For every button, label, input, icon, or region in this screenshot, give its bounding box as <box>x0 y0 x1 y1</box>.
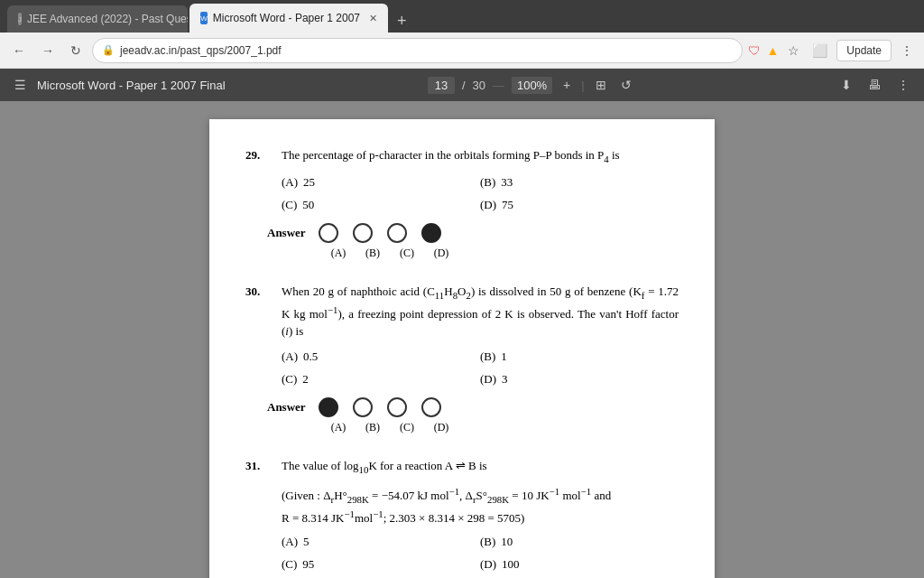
q31-given-text: (Given : ΔrH°298K = −54.07 kJ mol−1, ΔrS… <box>282 489 611 502</box>
page-number-input[interactable] <box>428 77 455 94</box>
q29-option-c: (C) 50 <box>282 196 480 214</box>
dash-separator: — <box>493 79 504 92</box>
q30-option-d-label: (D) <box>480 370 496 388</box>
browser-frame: J JEE Advanced (2022) - Past Ques... ✕ W… <box>0 0 924 578</box>
q30-radio-b[interactable] <box>353 397 373 417</box>
q31-given-R: R = 8.314 JK−1mol−1; 2.303 × 8.314 × 298… <box>282 511 524 525</box>
q30-option-c: (C) 2 <box>282 370 480 388</box>
hamburger-menu[interactable]: ☰ <box>11 76 30 94</box>
update-button[interactable]: Update <box>836 40 892 61</box>
q31-option-c: (C) 95 <box>282 555 480 573</box>
q30-option-b-value: 1 <box>501 348 507 366</box>
q29-radio-d[interactable] <box>421 223 441 243</box>
q29-radio-c[interactable] <box>387 223 407 243</box>
pdf-content: 29. The percentage of p-character in the… <box>0 101 924 578</box>
q30-option-c-value: 2 <box>302 370 309 388</box>
q30-radio-a[interactable] <box>319 397 338 417</box>
pdf-page: 29. The percentage of p-character in the… <box>209 119 715 578</box>
q30-options: (A) 0.5 (B) 1 (C) 2 (D) 3 <box>282 348 679 388</box>
url-bar[interactable]: 🔒 jeeadv.ac.in/past_qps/2007_1.pdf <box>92 38 743 63</box>
tab-inactive-jee[interactable]: J JEE Advanced (2022) - Past Ques... ✕ <box>7 5 188 33</box>
q29-option-a-value: 25 <box>303 173 315 191</box>
q29-radio-a[interactable] <box>319 223 338 243</box>
q29-answer-letters: (A) (B) (C) (D) <box>328 245 679 261</box>
q30-option-a: (A) 0.5 <box>282 348 480 366</box>
q29-answer-section: Answer (A) (B) (C) (D) <box>267 223 679 261</box>
q29-answer-label: Answer <box>267 224 306 242</box>
tab-active-label: Microsoft Word - Paper 1 2007 <box>213 12 360 24</box>
question-30: 30. When 20 g of naphthoic acid (C11H8O2… <box>245 283 679 435</box>
fit-page-button[interactable]: ⊞ <box>592 76 610 94</box>
pdf-toolbar-right: ⬇ 🖶 ⋮ <box>837 76 913 94</box>
more-options-button[interactable]: ⋮ <box>893 76 913 94</box>
q30-ans-letter-a: (A) <box>328 419 348 435</box>
q29-ans-letter-a: (A) <box>328 245 348 261</box>
q30-option-a-label: (A) <box>282 348 298 366</box>
print-button[interactable]: 🖶 <box>864 76 884 94</box>
pdf-toolbar: ☰ Microsoft Word - Paper 1 2007 Final / … <box>0 69 924 101</box>
q30-answer-label: Answer <box>267 398 306 416</box>
q30-option-c-label: (C) <box>282 370 297 388</box>
q30-ans-letter-c: (C) <box>397 419 417 435</box>
toolbar-separator: | <box>581 79 584 92</box>
rotate-button[interactable]: ↺ <box>617 76 635 94</box>
q31-text: The value of log10K for a reaction A ⇌ B… <box>282 457 679 477</box>
q30-option-b: (B) 1 <box>480 348 679 366</box>
q31-given: (Given : ΔrH°298K = −54.07 kJ mol−1, ΔrS… <box>282 484 679 527</box>
star-button[interactable]: ☆ <box>784 40 803 61</box>
tab-close-word[interactable]: ✕ <box>369 13 377 24</box>
q31-option-b: (B) 10 <box>480 533 679 551</box>
question-29-row: 29. The percentage of p-character in the… <box>245 146 679 166</box>
q30-number: 30. <box>245 283 271 340</box>
pdf-title: Microsoft Word - Paper 1 2007 Final <box>37 79 226 92</box>
page-separator: / <box>462 79 466 92</box>
refresh-button[interactable]: ↻ <box>65 40 87 61</box>
forward-button[interactable]: → <box>36 40 60 61</box>
download-button[interactable]: ⬇ <box>837 76 855 94</box>
q30-option-d-value: 3 <box>502 370 508 388</box>
q31-option-a-label: (A) <box>282 533 298 551</box>
q30-answer-letters: (A) (B) (C) (D) <box>328 419 679 435</box>
tab-favicon-word: W <box>200 12 208 24</box>
tab-favicon-jee: J <box>18 13 22 25</box>
q29-ans-letter-d: (D) <box>431 245 451 261</box>
menu-button[interactable]: ⋮ <box>897 40 917 61</box>
shield-icon: 🛡 <box>748 43 761 58</box>
q30-radio-d[interactable] <box>421 397 441 417</box>
tab-inactive-label: JEE Advanced (2022) - Past Ques... <box>27 13 188 25</box>
q31-options: (A) 5 (B) 10 (C) 95 (D) 100 <box>282 533 679 573</box>
zoom-input[interactable] <box>512 77 552 94</box>
q29-radio-b[interactable] <box>353 223 373 243</box>
url-text: jeeadv.ac.in/past_qps/2007_1.pdf <box>120 44 282 57</box>
q29-options: (A) 25 (B) 33 (C) 50 (D) 75 <box>282 173 679 214</box>
q30-radio-c[interactable] <box>387 397 407 417</box>
nav-bar: ← → ↻ 🔒 jeeadv.ac.in/past_qps/2007_1.pdf… <box>0 33 924 69</box>
q30-option-d: (D) 3 <box>480 370 679 388</box>
q31-option-a-value: 5 <box>303 533 310 551</box>
new-tab-button[interactable]: + <box>390 12 414 31</box>
q29-option-d: (D) 75 <box>480 196 679 214</box>
tab-active-word[interactable]: W Microsoft Word - Paper 1 2007 ✕ <box>189 4 388 33</box>
q31-option-c-value: 95 <box>302 555 314 573</box>
back-button[interactable]: ← <box>7 40 31 61</box>
q30-ans-letter-d: (D) <box>431 419 451 435</box>
total-pages: 30 <box>473 79 485 92</box>
q30-ans-letter-b: (B) <box>363 419 383 435</box>
q30-text: When 20 g of naphthoic acid (C11H8O2) is… <box>282 283 679 340</box>
triangle-icon: ▲ <box>766 43 779 58</box>
q30-option-a-value: 0.5 <box>303 348 318 366</box>
extensions-button[interactable]: ⬜ <box>808 40 831 61</box>
q30-answer-section: Answer (A) (B) (C) (D) <box>267 397 679 435</box>
q29-ans-letter-c: (C) <box>397 245 417 261</box>
q30-answer-circles <box>319 397 441 417</box>
lock-icon: 🔒 <box>102 44 115 56</box>
q31-option-c-label: (C) <box>282 555 297 573</box>
question-30-row: 30. When 20 g of naphthoic acid (C11H8O2… <box>245 283 679 340</box>
zoom-plus-button[interactable]: + <box>559 76 574 94</box>
pdf-toolbar-center: / 30 — + | ⊞ ↺ <box>235 76 828 94</box>
question-31-row: 31. The value of log10K for a reaction A… <box>245 457 679 477</box>
q29-option-c-value: 50 <box>302 196 314 214</box>
q29-option-b-value: 33 <box>501 173 513 191</box>
q31-option-d-value: 100 <box>502 555 520 573</box>
q31-number: 31. <box>245 457 271 477</box>
